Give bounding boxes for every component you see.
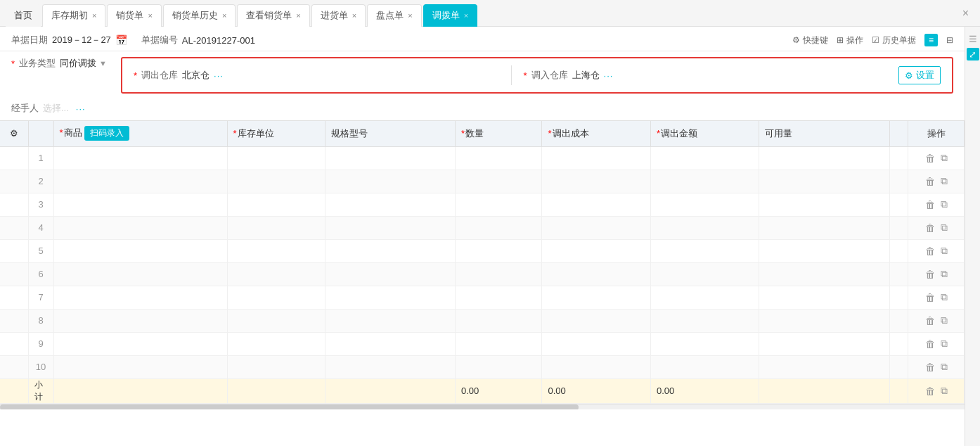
copy-icon[interactable]: ⧉: [941, 175, 948, 187]
window-close-button[interactable]: ×: [957, 4, 974, 23]
copy-icon[interactable]: ⧉: [941, 385, 948, 397]
layout-button1[interactable]: ≡: [924, 34, 938, 46]
out-wh-more-button[interactable]: ···: [214, 70, 224, 81]
delete-icon[interactable]: 🗑: [925, 222, 935, 234]
handler-more-button[interactable]: ···: [76, 103, 86, 114]
row-product-cell[interactable]: [53, 355, 227, 378]
in-wh-label: 调入仓库: [531, 69, 568, 82]
in-wh-more-button[interactable]: ···: [604, 70, 614, 81]
date-label: 单据日期: [11, 34, 48, 46]
delete-icon[interactable]: 🗑: [925, 386, 935, 397]
row-gear-cell: [0, 332, 28, 355]
settings-button[interactable]: ⚙ 设置: [898, 66, 941, 84]
copy-icon[interactable]: ⧉: [941, 268, 948, 280]
handler-placeholder[interactable]: 选择...: [43, 102, 69, 115]
operation-icon: ⊞: [837, 35, 844, 45]
tab-sales[interactable]: 销货单 ×: [107, 4, 161, 27]
in-wh-required-star: *: [523, 70, 527, 81]
row-product-cell[interactable]: [53, 193, 227, 216]
tab-purchase[interactable]: 进货单 ×: [311, 4, 366, 27]
tab-close-inventory-init[interactable]: ×: [92, 11, 96, 20]
delete-icon[interactable]: 🗑: [925, 153, 935, 164]
in-wh-value[interactable]: 上海仓: [572, 69, 600, 82]
row-cost-cell: [542, 286, 650, 309]
sidebar-expand-icon[interactable]: ⤢: [967, 48, 979, 60]
tab-stocktake[interactable]: 盘点单 ×: [367, 4, 421, 27]
table-row: 1 🗑 ⧉: [0, 146, 965, 170]
delete-icon[interactable]: 🗑: [925, 292, 935, 303]
row-product-cell[interactable]: [53, 309, 227, 332]
tab-close-sales[interactable]: ×: [148, 11, 152, 20]
row-spacer-cell: [889, 239, 908, 262]
delete-icon[interactable]: 🗑: [925, 176, 935, 187]
delete-icon[interactable]: 🗑: [925, 269, 935, 280]
row-avail-cell: [759, 146, 889, 170]
col-product-header: *商品 扫码录入: [53, 121, 227, 146]
tab-sales-history[interactable]: 销货单历史 ×: [163, 4, 236, 27]
copy-icon[interactable]: ⧉: [941, 222, 948, 234]
biz-type-dropdown-icon: ▼: [99, 59, 107, 68]
scan-button[interactable]: 扫码录入: [84, 126, 129, 141]
col-gear-header: ⚙: [0, 121, 28, 146]
row-spec-cell: [325, 216, 455, 239]
warehouse-box: * 调出仓库 北京仓 ··· * 调入仓库 上海仓 ··· ⚙ 设置: [121, 57, 953, 94]
row-product-cell[interactable]: [53, 262, 227, 286]
row-product-cell[interactable]: [53, 239, 227, 262]
row-qty-cell: [455, 170, 542, 193]
copy-icon[interactable]: ⧉: [941, 291, 948, 303]
copy-icon[interactable]: ⧉: [941, 152, 948, 164]
row-avail-cell: [759, 193, 889, 216]
layout-icon1: ≡: [929, 35, 934, 45]
copy-icon[interactable]: ⧉: [941, 245, 948, 257]
delete-icon[interactable]: 🗑: [925, 362, 935, 373]
delete-icon[interactable]: 🗑: [925, 199, 935, 210]
tab-close-sales-history[interactable]: ×: [222, 11, 226, 20]
copy-icon[interactable]: ⧉: [941, 361, 948, 373]
tab-view-sales[interactable]: 查看销货单 ×: [237, 4, 309, 27]
row-product-cell[interactable]: [53, 170, 227, 193]
row-ops-cell: 🗑 ⧉: [908, 146, 965, 170]
row-spec-cell: [325, 239, 455, 262]
toolbar-right: ⚙ 快捷键 ⊞ 操作 ☑ 历史单据 ≡ ⊟: [792, 34, 953, 46]
row-product-cell[interactable]: [53, 286, 227, 309]
bottom-scroll[interactable]: [0, 404, 965, 409]
operation-button[interactable]: ⊞ 操作: [837, 34, 863, 46]
row-product-cell[interactable]: [53, 216, 227, 239]
table-row: 5 🗑 ⧉: [0, 239, 965, 262]
row-spec-cell: [325, 309, 455, 332]
delete-icon[interactable]: 🗑: [925, 315, 935, 326]
doc-no-label: 单据编号: [141, 34, 178, 46]
shortcut-label: 快捷键: [803, 34, 828, 46]
calendar-icon[interactable]: 📅: [115, 34, 127, 46]
history-icon: ☑: [872, 35, 879, 45]
delete-icon[interactable]: 🗑: [925, 246, 935, 257]
copy-icon[interactable]: ⧉: [941, 198, 948, 210]
row-no-cell: 8: [28, 309, 53, 332]
tab-transfer[interactable]: 调拨单 ×: [423, 4, 477, 27]
layout-button2[interactable]: ⊟: [946, 35, 953, 45]
copy-icon[interactable]: ⧉: [941, 314, 948, 326]
col-amount-header: *调出金额: [650, 121, 759, 146]
sidebar-list-icon[interactable]: ☰: [967, 32, 979, 45]
tab-inventory-init[interactable]: 库存期初 ×: [42, 4, 105, 27]
table-row: 小计 0.00 0.00 0.00 🗑 ⧉: [0, 378, 965, 403]
settings-label: 设置: [916, 69, 934, 82]
row-spec-cell: [325, 170, 455, 193]
row-amount-cell: [650, 239, 759, 262]
row-product-cell[interactable]: [53, 332, 227, 355]
biz-type-select[interactable]: 同价调拨 ▼: [60, 57, 107, 70]
history-button[interactable]: ☑ 历史单据: [872, 34, 916, 46]
table-wrapper: ⚙ *商品 扫码录入 *库存单位 规格型号 *数量: [0, 120, 965, 404]
tab-close-view-sales[interactable]: ×: [296, 11, 300, 20]
delete-icon[interactable]: 🗑: [925, 338, 935, 350]
table-settings-icon[interactable]: ⚙: [10, 128, 18, 139]
row-ops-cell: 🗑 ⧉: [908, 170, 965, 193]
tab-close-transfer[interactable]: ×: [464, 11, 468, 20]
out-wh-value[interactable]: 北京仓: [182, 69, 209, 82]
shortcut-button[interactable]: ⚙ 快捷键: [792, 34, 828, 46]
tab-close-stocktake[interactable]: ×: [408, 11, 412, 20]
copy-icon[interactable]: ⧉: [941, 338, 948, 350]
tab-close-purchase[interactable]: ×: [352, 11, 356, 20]
tab-home[interactable]: 首页: [6, 4, 41, 27]
row-product-cell[interactable]: [53, 146, 227, 170]
